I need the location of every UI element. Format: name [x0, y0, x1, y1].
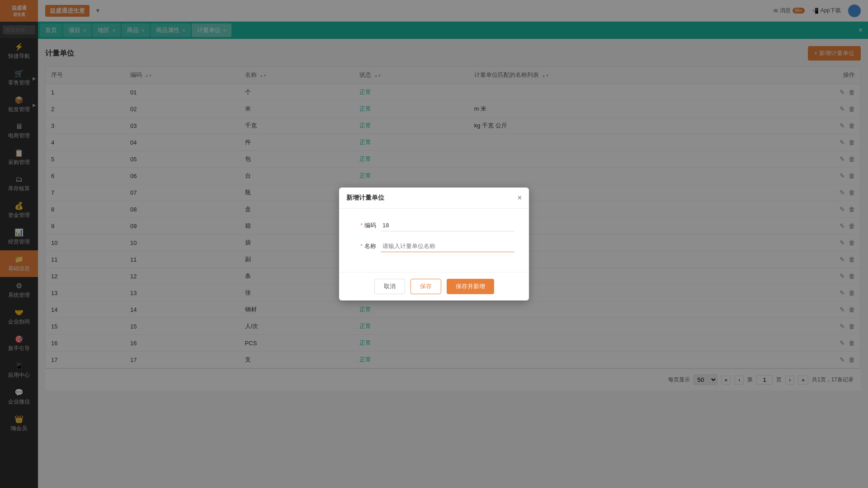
code-input[interactable] — [381, 220, 514, 231]
modal-title: 新增计量单位 — [346, 194, 384, 202]
modal-body: 编码 名称 — [339, 209, 529, 272]
save-and-new-button[interactable]: 保存并新增 — [447, 279, 494, 294]
code-label: 编码 — [354, 221, 376, 230]
modal-overlay[interactable]: 新增计量单位 × 编码 名称 取消 保存 保存并新增 — [0, 0, 868, 488]
save-button[interactable]: 保存 — [410, 279, 441, 294]
name-label: 名称 — [354, 242, 376, 250]
form-row-name: 名称 — [354, 240, 514, 252]
modal-footer: 取消 保存 保存并新增 — [339, 272, 529, 300]
cancel-button[interactable]: 取消 — [374, 279, 405, 294]
modal-close-button[interactable]: × — [518, 194, 522, 202]
modal-header: 新增计量单位 × — [339, 188, 529, 209]
form-row-code: 编码 — [354, 220, 514, 231]
add-unit-modal: 新增计量单位 × 编码 名称 取消 保存 保存并新增 — [339, 188, 529, 300]
name-input[interactable] — [381, 240, 514, 252]
